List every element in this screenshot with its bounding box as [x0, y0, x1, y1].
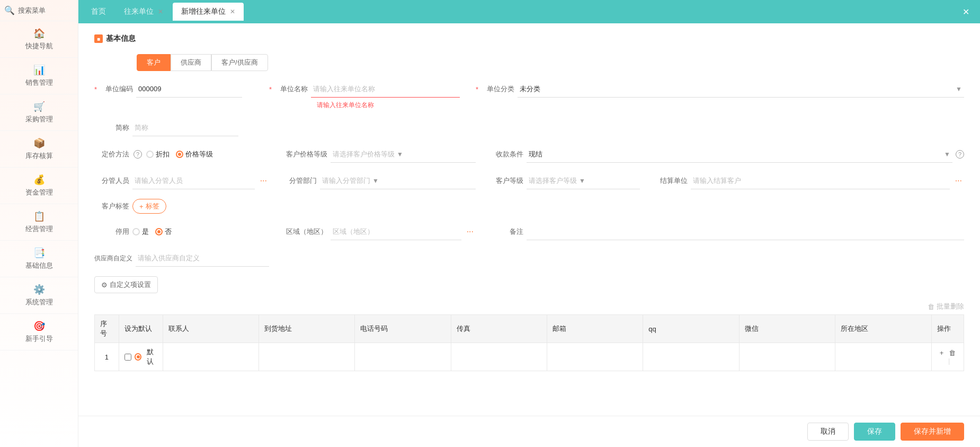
unit-type-customer-btn[interactable]: 客户	[137, 54, 171, 71]
save-new-button[interactable]: 保存并新增	[901, 423, 964, 441]
unit-type-both-btn[interactable]: 客户/供应商	[211, 54, 268, 71]
disabled-no-option[interactable]: 否	[155, 227, 172, 236]
region-input[interactable]	[331, 223, 461, 240]
sidebar-item-system[interactable]: ⚙️ 系统管理	[0, 277, 78, 314]
sidebar-item-basic-info[interactable]: 📑 基础信息	[0, 241, 78, 277]
col-default: 设为默认	[119, 315, 163, 343]
payment-terms-help-icon[interactable]: ?	[956, 150, 964, 159]
row-contact-input[interactable]	[168, 348, 253, 365]
settlement-unit-input[interactable]	[691, 172, 950, 189]
sidebar-item-operations[interactable]: 📋 经营管理	[0, 204, 78, 241]
table-header-row: 序号 设为默认 联系人 到货地址 电话号码 传真 邮箱 qq 微信 所在地区 操…	[95, 315, 964, 343]
tab-partners[interactable]: 往来单位 ✕	[115, 3, 172, 21]
tab-new-partner-label: 新增往来单位	[181, 7, 226, 16]
table-row: 1 默认	[95, 343, 964, 371]
payment-terms-select[interactable]: 现结 ▼	[527, 146, 952, 163]
department-label: 分管部门	[285, 176, 317, 186]
short-name-input[interactable]	[132, 119, 238, 136]
customer-level-placeholder: 请选择客户等级	[529, 176, 577, 186]
bottom-bar: 取消 保存 保存并新增	[78, 416, 980, 447]
manager-input[interactable]	[132, 172, 255, 189]
batch-delete-label[interactable]: 批量删除	[937, 302, 964, 311]
col-phone: 电话号码	[355, 315, 451, 343]
sidebar-label-inventory: 库存核算	[25, 151, 53, 161]
customer-price-level-select[interactable]: 请选择客户价格等级 ▼	[331, 146, 476, 163]
row-scrollbar[interactable]: |	[948, 357, 950, 365]
row-email-input[interactable]	[553, 348, 637, 365]
sidebar-item-quick-nav[interactable]: 🏠 快捷导航	[0, 21, 78, 58]
inventory-icon: 📦	[33, 137, 45, 149]
sidebar-item-sales[interactable]: 📊 销售管理	[0, 58, 78, 94]
supplier-custom-input[interactable]	[136, 250, 269, 267]
unit-type-supplier-btn[interactable]: 供应商	[171, 54, 211, 71]
pricing-discount-option[interactable]: 折扣	[146, 150, 170, 159]
row-delete-btn[interactable]: 🗑	[949, 349, 956, 357]
department-select[interactable]: 请输入分管部门 ▼	[320, 172, 476, 189]
remark-input[interactable]	[527, 223, 964, 240]
sidebar-label-purchase: 采购管理	[25, 115, 53, 124]
unit-name-field: * 单位名称 请输入往来单位名称	[269, 81, 460, 110]
tab-partners-close[interactable]: ✕	[158, 8, 163, 15]
cancel-button[interactable]: 取消	[807, 423, 849, 441]
batch-delete-row: 🗑 批量删除	[94, 302, 964, 311]
region-label: 区域（地区）	[285, 227, 327, 236]
sidebar-label-finance: 资金管理	[25, 188, 53, 197]
close-all-tabs-btn[interactable]: ✕	[956, 7, 976, 17]
payment-terms-value: 现结	[529, 150, 942, 159]
add-tag-btn[interactable]: + 标签	[132, 199, 166, 214]
tab-new-partner[interactable]: 新增往来单位 ✕	[173, 3, 244, 21]
pricing-level-radio	[176, 151, 183, 158]
customer-tag-label: 客户标签	[94, 201, 129, 211]
sidebar-item-guide[interactable]: 🎯 新手引导	[0, 314, 78, 350]
settlement-unit-more-btn[interactable]: ···	[953, 176, 964, 186]
unit-code-input[interactable]	[136, 81, 242, 98]
sidebar-item-finance[interactable]: 💰 资金管理	[0, 168, 78, 204]
sales-icon: 📊	[33, 64, 45, 76]
col-address: 到货地址	[259, 315, 354, 343]
unit-category-select[interactable]: 未分类 ▼	[518, 81, 964, 98]
row-email-cell	[547, 343, 643, 371]
batch-delete-icon: 🗑	[928, 303, 934, 311]
tab-home[interactable]: 首页	[83, 3, 114, 21]
save-button[interactable]: 保存	[854, 423, 895, 441]
sidebar-search[interactable]: 🔍 搜索菜单	[0, 0, 78, 21]
remark-field: 备注	[492, 223, 964, 240]
disabled-radio-group: 是 否	[132, 227, 172, 236]
sidebar-item-inventory[interactable]: 📦 库存核算	[0, 131, 78, 168]
section-icon: ■	[94, 34, 103, 43]
disabled-yes-option[interactable]: 是	[132, 227, 149, 236]
customer-tag-field: 客户标签 + 标签	[94, 199, 964, 214]
row-checkbox[interactable]	[124, 354, 131, 361]
section-title: ■ 基本信息	[94, 34, 964, 43]
sidebar-item-purchase[interactable]: 🛒 采购管理	[0, 94, 78, 131]
row-add-btn[interactable]: +	[940, 349, 944, 357]
unit-name-input[interactable]	[311, 81, 460, 98]
add-tag-label: 标签	[146, 201, 159, 211]
pricing-level-option[interactable]: 价格等级	[176, 150, 213, 159]
manager-more-btn[interactable]: ···	[258, 176, 269, 186]
row-address-input[interactable]	[264, 348, 349, 365]
section-title-text: 基本信息	[106, 34, 136, 43]
row-wechat-input[interactable]	[745, 348, 830, 365]
sidebar-label-quick-nav: 快捷导航	[25, 41, 53, 51]
region-more-btn[interactable]: ···	[465, 227, 476, 236]
row-default-radio[interactable]: 默认	[135, 347, 157, 366]
pricing-radio-group: 折扣 价格等级	[146, 150, 213, 159]
row-fax-input[interactable]	[457, 348, 541, 365]
col-email: 邮箱	[547, 315, 643, 343]
col-contact: 联系人	[163, 315, 259, 343]
customer-price-level-placeholder: 请选择客户价格等级	[333, 150, 395, 159]
supplier-custom-label: 供应商自定义	[94, 254, 132, 263]
sidebar-label-guide: 新手引导	[25, 334, 53, 344]
tab-new-partner-close[interactable]: ✕	[230, 8, 235, 15]
row-phone-input[interactable]	[360, 348, 445, 365]
row-region-input[interactable]	[841, 348, 925, 365]
pricing-help-icon[interactable]: ?	[133, 150, 142, 159]
unit-name-required: *	[269, 85, 272, 93]
unit-code-label: 单位编码	[101, 84, 133, 94]
customer-price-level-field: 客户价格等级 请选择客户价格等级 ▼	[285, 146, 476, 163]
customer-level-select[interactable]: 请选择客户等级 ▼	[527, 172, 640, 189]
row-qq-input[interactable]	[648, 348, 734, 365]
custom-settings-label: 自定义项设置	[110, 280, 151, 290]
custom-settings-btn[interactable]: ⚙ 自定义项设置	[94, 276, 158, 293]
